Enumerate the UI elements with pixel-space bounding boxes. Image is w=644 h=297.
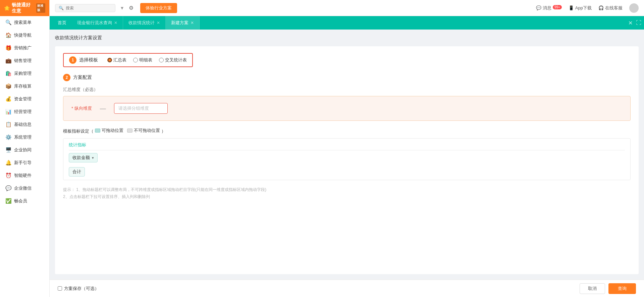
sidebar-item-label: 畅会员 [14,198,27,204]
sidebar-item-operations[interactable]: 📊 经营管理 [0,105,49,118]
sidebar-item-member[interactable]: ✅ 畅会员 [0,195,49,207]
chart-icon: 📊 [5,109,11,115]
sidebar-item-finance[interactable]: 💰 资金管理 [0,93,49,105]
search-input[interactable] [66,6,113,10]
tab-collection-stat[interactable]: 收款情况统计 ✕ [123,16,166,30]
cancel-button[interactable]: 取消 [580,283,605,294]
sidebar-item-marketing[interactable]: 🎁 营销推广 [0,42,49,54]
sidebar-item-sales[interactable]: 💼 销售管理 [0,54,49,67]
home-icon: 🏠 [5,32,11,38]
tab-collection-stat-label: 收款情况统计 [128,20,155,26]
sidebar: 🌟 畅捷通好生意 标准版 🔍 搜索菜单 🏠 快捷导航 🎁 营销推广 💼 销售管理… [0,0,50,297]
tab-new-plan-close[interactable]: ✕ [191,20,194,25]
template-radio-group: 汇总表 明细表 交叉统计表 [107,57,187,63]
indicator-sub-label: 合计 [72,169,81,175]
summary-dim-title: 汇总维度（必选） [63,87,631,93]
sidebar-item-label: 快捷导航 [14,32,32,38]
tab-bank-flow-label: 现金银行流水查询 [77,20,112,26]
settings-icon[interactable]: ⚙ [129,5,133,11]
vertical-dim-label: * 纵向维度 [71,105,92,111]
sidebar-item-label: 搜索菜单 [14,19,32,26]
topbar-search-box[interactable]: 🔍 [55,4,115,12]
gear-icon: ⚙️ [5,134,11,140]
sidebar-item-guide[interactable]: 🔔 新手引导 [0,156,49,169]
tab-home[interactable]: 首页 [52,16,72,30]
app-download-button[interactable]: 📱 App下载 [569,5,592,11]
radio-detail-label: 明细表 [139,57,152,63]
tab-collection-stat-close[interactable]: ✕ [157,20,160,25]
sidebar-item-label: 经营管理 [14,109,32,115]
indicators-table: 统计指标 收款金额 ▾ 合计 [63,138,631,180]
save-label: 方案保存（可选） [64,286,99,292]
tab-close-all-icon[interactable]: ✕ [628,20,633,26]
sidebar-item-purchase[interactable]: 🛍️ 采购管理 [0,67,49,80]
save-option[interactable]: 方案保存（可选） [58,286,99,292]
app-download-label: App下载 [575,5,592,11]
sidebar-item-wechat[interactable]: 💬 企业微信 [0,182,49,195]
radio-detail[interactable]: 明细表 [133,57,152,63]
briefcase-icon: 💼 [5,58,11,64]
radio-summary[interactable]: 汇总表 [107,57,126,63]
sidebar-item-quick-nav[interactable]: 🏠 快捷导航 [0,29,49,42]
trial-button[interactable]: 体验行业方案 [140,3,177,13]
monitor-icon: 🖥️ [5,147,11,153]
dim-selector[interactable]: 请选择分组维度 [114,103,168,114]
search-menu-icon: 🔍 [5,19,11,26]
step2-section: 2 方案配置 汇总维度（必选） * 纵向维度 — 请选择分组维度 [63,74,631,200]
user-avatar[interactable] [629,3,639,13]
query-button[interactable]: 查询 [608,283,636,294]
sidebar-item-label: 企业微信 [14,185,32,191]
topbar: 🔍 ▾ ⚙ 体验行业方案 💬 消息 99+ 📱 App下载 🎧 在线客服 [50,0,644,16]
indicator-tag-label: 收款金额 [72,155,90,161]
legend-draggable: 可拖动位置 [95,128,123,134]
sidebar-item-smart-hw[interactable]: ⏰ 智能硬件 [0,169,49,182]
indicator-tag-amount[interactable]: 收款金额 ▾ [69,153,98,162]
online-service-button[interactable]: 🎧 在线客服 [598,5,623,11]
sidebar-item-inventory[interactable]: 📦 库存核算 [0,80,49,93]
arrow-right-icon: — [100,105,106,112]
legend-non-draggable: 不可拖动位置 [127,128,160,134]
step2-header: 2 方案配置 [63,74,631,81]
message-button[interactable]: 💬 消息 99+ [536,5,562,11]
message-label: 消息 [543,5,551,11]
gift-icon: 🎁 [5,45,11,51]
indicators-section: 模板指标设定（ 可拖动位置 不可拖动位置 ） [63,128,631,180]
sidebar-item-search-menu[interactable]: 🔍 搜索菜单 [0,16,49,29]
tab-bank-flow-close[interactable]: ✕ [114,20,117,25]
sidebar-item-label: 系统管理 [14,134,32,140]
box-icon: 📦 [5,83,11,89]
tab-home-label: 首页 [58,20,66,26]
dim-placeholder: 请选择分组维度 [118,105,149,111]
topbar-right: 💬 消息 99+ 📱 App下载 🎧 在线客服 [536,3,639,13]
logo-badge: 标准版 [36,3,45,13]
logo-icon: 🌟 [4,5,10,11]
dropdown-arrow-icon[interactable]: ▾ [121,5,123,11]
content-area: 收款情况统计方案设置 1 选择模板 汇总表 明细表 [50,30,644,280]
bell-icon: 🔔 [5,160,11,166]
radio-cross[interactable]: 交叉统计表 [159,57,187,63]
sidebar-item-enterprise[interactable]: 🖥️ 企业协同 [0,144,49,156]
step1-section: 1 选择模板 汇总表 明细表 交叉统计表 [63,53,193,67]
tab-expand-icon[interactable]: ⛶ [636,20,641,26]
radio-cross-input[interactable] [159,58,164,62]
step1-label: 选择模板 [79,57,98,63]
radio-summary-input[interactable] [107,58,112,62]
save-checkbox[interactable] [58,286,62,291]
indicators-title: 模板指标设定（ 可拖动位置 不可拖动位置 ） [63,128,166,134]
tab-new-plan[interactable]: 新建方案 ✕ [166,16,200,30]
sidebar-item-label: 新手引导 [14,160,32,166]
sidebar-item-sys-mgmt[interactable]: ⚙️ 系统管理 [0,131,49,144]
radio-detail-input[interactable] [133,58,138,62]
step1-num: 1 [69,56,76,64]
sidebar-item-label: 资金管理 [14,96,32,102]
indicator-tags-row: 收款金额 ▾ [69,153,625,162]
shopping-icon: 🛍️ [5,70,11,77]
dim-row: * 纵向维度 — 请选择分组维度 [71,103,622,114]
page-title: 收款情况统计方案设置 [55,35,639,41]
step1-header: 1 选择模板 [69,56,103,64]
sidebar-item-label: 采购管理 [14,70,32,77]
message-icon: 💬 [536,5,541,10]
tip1: 提示： 1、拖动标题栏可以调整布局，不可跨维度或指标区域拖动栏目字段(只能在同一… [63,187,631,193]
tab-bank-flow[interactable]: 现金银行流水查询 ✕ [72,16,123,30]
sidebar-item-basic-info[interactable]: 📋 基础信息 [0,118,49,131]
